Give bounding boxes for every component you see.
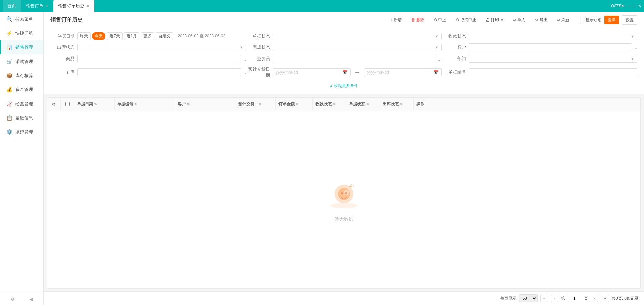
layout: 🔍 搜索菜单 ⚡ 快捷导航 📊 销售管理 🛒 采购管理 📦 库存核算 💰 资金管… — [0, 12, 644, 305]
th-date-sort-icon: ⇅ — [94, 102, 97, 106]
sidebar-item-search-menu-label: 搜索菜单 — [15, 16, 33, 22]
delivery-date-start-input[interactable]: yyyy-mm-dd 📅 — [273, 68, 350, 76]
next-page-button[interactable]: › — [591, 295, 598, 302]
sidebar-item-search-menu[interactable]: 🔍 搜索菜单 — [0, 12, 43, 26]
th-delivery[interactable]: 预计交货... ⇅ — [235, 98, 276, 110]
date-btn-more[interactable]: 更多 — [141, 32, 154, 40]
per-page-select[interactable]: 50 10 20 100 — [519, 294, 538, 302]
th-out-status-label: 出库状态 — [383, 101, 399, 107]
th-order-status[interactable]: 单据状态 ⇅ — [346, 98, 380, 110]
export-button[interactable]: ⊙ 导出 — [531, 16, 551, 24]
delete-button[interactable]: 🗑 删除 — [408, 16, 428, 24]
svg-point-5 — [345, 192, 347, 194]
sidebar-item-quick-nav-label: 快捷导航 — [15, 30, 33, 36]
sidebar-item-purchase-mgmt-label: 采购管理 — [15, 59, 33, 65]
sidebar-item-finance[interactable]: 💰 资金管理 — [0, 83, 43, 97]
sidebar-item-finance-label: 资金管理 — [15, 87, 33, 93]
goods-input[interactable] — [77, 55, 241, 63]
sidebar-bottom: ⚙ ◀ — [0, 293, 43, 305]
table-area: ⚙ 单据日期 ⇅ 单据编号 ⇅ 客户 ⇅ 预计交货... — [47, 97, 641, 289]
tab-sales-order-close[interactable]: ✕ — [45, 4, 48, 8]
stop-button[interactable]: ⊘ 中止 — [430, 16, 449, 24]
delivery-date-end-input[interactable]: yyyy-mm-dd 📅 — [364, 68, 442, 76]
th-number[interactable]: 单据编号 ⇅ — [115, 98, 175, 110]
refresh-button[interactable]: ⊙ 刷新 — [554, 16, 573, 24]
department-arrow-icon: ▼ — [631, 57, 634, 61]
goods-dots[interactable]: ... — [242, 56, 246, 62]
tab-sales-order-history-label: 销售订单历史 — [58, 3, 84, 9]
empty-illustration — [324, 177, 364, 211]
sidebar-item-base-info[interactable]: 📋 基础信息 — [0, 111, 43, 125]
select-all-checkbox[interactable] — [65, 102, 70, 106]
warehouse-dots[interactable]: ... — [242, 70, 246, 75]
first-page-button[interactable]: « — [540, 295, 549, 302]
sidebar-item-purchase-mgmt[interactable]: 🛒 采购管理 — [0, 54, 43, 69]
date-btn-1month[interactable]: 近1月 — [124, 32, 140, 40]
th-amount[interactable]: 订单金额 ⇅ — [276, 98, 313, 110]
import-label: ⊙ 导入 — [513, 17, 525, 23]
topbar-right: OfTEn ─ □ ✕ — [611, 4, 641, 8]
th-pay-status[interactable]: 收款状态 ⇅ — [313, 98, 346, 110]
collapse-button[interactable]: ∧ 收起更多条件 — [50, 82, 637, 90]
date-btn-7days[interactable]: 近7天 — [107, 32, 123, 40]
tab-sales-order-history[interactable]: 销售订单历史 ✕ — [53, 0, 94, 12]
sidebar-settings-icon[interactable]: ⚙ — [11, 297, 15, 302]
settings-button[interactable]: 设置 — [622, 15, 637, 25]
date-btn-custom[interactable]: 自定义 — [156, 32, 173, 40]
cancel-stop-button[interactable]: ⊘ 取消中止 — [452, 16, 479, 24]
customer-dots[interactable]: ... — [633, 45, 637, 50]
tab-sales-order-history-close[interactable]: ✕ — [86, 4, 89, 8]
th-settings[interactable]: ⚙ — [47, 99, 61, 110]
customer-label: 客户 — [442, 44, 469, 50]
customer-input[interactable] — [469, 43, 632, 51]
sidebar-item-system[interactable]: ⚙️ 系统管理 — [0, 125, 43, 139]
date-range-display: 2023-06-02 至 2023-06-02 — [178, 33, 225, 39]
payment-status-select[interactable]: ▼ — [469, 33, 637, 40]
department-select[interactable]: ▼ — [469, 55, 637, 63]
display-detail-label: 显示明细 — [586, 17, 602, 23]
new-button[interactable]: + 新增 — [387, 16, 405, 24]
date-btn-yesterday[interactable]: 昨天 — [77, 32, 91, 40]
display-detail-input[interactable] — [580, 18, 584, 22]
pagination: 每页显示 50 10 20 100 « ‹ 第 页 › » 共0页, 0条记录 — [44, 291, 644, 305]
filter-row-3: 商品 ... 业务员 ... 部门 ▼ — [50, 55, 637, 63]
th-customer[interactable]: 客户 ⇅ — [175, 98, 235, 110]
date-btn-today[interactable]: 今天 — [92, 32, 105, 40]
query-button[interactable]: 查询 — [604, 16, 619, 24]
complete-status-select[interactable]: ▼ — [273, 44, 441, 51]
salesperson-dots[interactable]: ... — [438, 56, 442, 62]
tab-home[interactable]: 首页 — [3, 0, 21, 12]
tab-sales-order[interactable]: 销售订单 ✕ — [21, 0, 53, 12]
print-button[interactable]: 🖨 打印 ▼ — [482, 16, 507, 24]
display-detail-checkbox[interactable]: 显示明细 — [580, 17, 602, 23]
prev-page-button[interactable]: ‹ — [551, 295, 558, 302]
th-checkbox[interactable] — [61, 99, 74, 110]
th-date[interactable]: 单据日期 ⇅ — [74, 98, 115, 110]
sidebar-item-sales-mgmt[interactable]: 📊 销售管理 — [0, 40, 43, 54]
out-status-select[interactable]: ▼ — [77, 44, 246, 51]
sidebar-item-quick-nav[interactable]: ⚡ 快捷导航 — [0, 26, 43, 40]
out-status-label: 出库状态 — [50, 44, 77, 50]
order-status-select[interactable]: ▼ — [273, 33, 441, 40]
svg-point-0 — [331, 203, 357, 208]
sidebar-collapse-icon[interactable]: ◀ — [29, 297, 33, 302]
out-status-arrow-icon: ▼ — [239, 45, 243, 49]
salesperson-input[interactable] — [273, 55, 436, 63]
th-out-status[interactable]: 出库状态 ⇅ — [380, 98, 414, 110]
payment-status-arrow-icon: ▼ — [631, 34, 634, 38]
sidebar-item-inventory[interactable]: 📦 库存核算 — [0, 69, 43, 83]
tab-home-label: 首页 — [7, 3, 16, 9]
sidebar-item-operations[interactable]: 📈 经营管理 — [0, 97, 43, 111]
warehouse-input[interactable] — [77, 68, 241, 76]
order-no-input[interactable] — [469, 68, 637, 76]
print-dropdown-icon: ▼ — [500, 18, 504, 22]
last-page-button[interactable]: » — [601, 295, 609, 302]
current-page-input[interactable] — [568, 295, 581, 302]
sidebar-item-system-label: 系统管理 — [15, 129, 33, 135]
import-button[interactable]: ⊙ 导入 — [510, 16, 529, 24]
th-order-status-sort-icon: ⇅ — [366, 102, 369, 106]
max-button[interactable]: □ — [633, 4, 635, 8]
close-button[interactable]: ✕ — [638, 4, 641, 8]
sidebar-item-operations-label: 经营管理 — [15, 101, 33, 107]
min-button[interactable]: ─ — [627, 4, 630, 8]
